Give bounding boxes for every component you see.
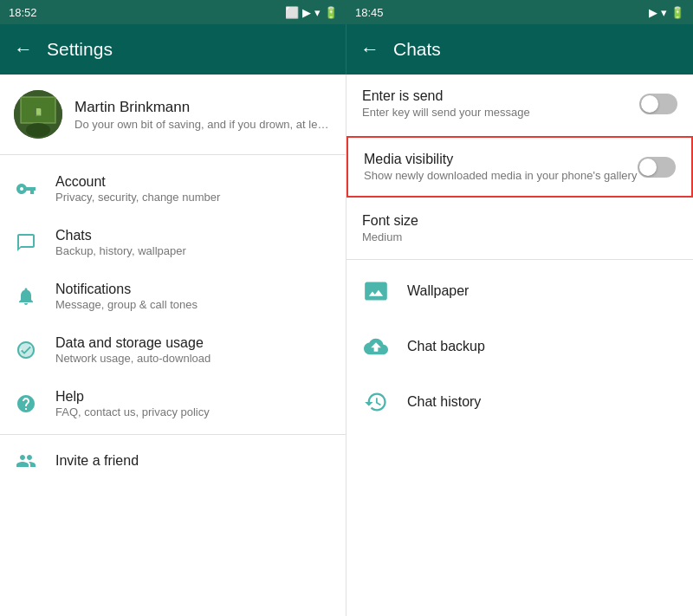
- account-label: Account: [55, 174, 332, 190]
- chat-backup-item[interactable]: Chat backup: [346, 319, 693, 374]
- media-visibility-toggle[interactable]: [638, 157, 676, 178]
- right-signal-icon: ▶: [649, 6, 657, 19]
- media-visibility-label: Media visibility: [364, 152, 638, 167]
- chats-text: Chats Backup, history, wallpaper: [55, 228, 332, 257]
- bell-icon: [14, 286, 38, 307]
- left-time: 18:52: [9, 6, 37, 19]
- wallpaper-icon: [362, 277, 390, 305]
- settings-header-title: Settings: [47, 39, 113, 60]
- help-label: Help: [55, 389, 332, 405]
- screenshot-icon: ⬜: [285, 6, 299, 19]
- sidebar-item-data-storage[interactable]: Data and storage usage Network usage, au…: [0, 323, 346, 377]
- sidebar-item-help[interactable]: Help FAQ, contact us, privacy policy: [0, 377, 346, 431]
- chat-icon: [14, 232, 38, 253]
- history-icon: [362, 388, 390, 416]
- chats-label: Chats: [55, 228, 332, 243]
- font-size-value: Medium: [362, 230, 677, 243]
- profile-info: Martin Brinkmann Do your own bit of savi…: [74, 99, 332, 131]
- chat-backup-label: Chat backup: [407, 339, 485, 354]
- battery-icon: 🔋: [324, 6, 338, 19]
- notifications-text: Notifications Message, group & call tone…: [55, 282, 332, 311]
- header-bars: ← Settings ← Chats: [0, 24, 693, 75]
- profile-status: Do your own bit of saving, and if you dr…: [74, 118, 332, 131]
- main-content: 📗 Martin Brinkmann Do your own bit of sa…: [0, 75, 693, 616]
- left-status-icons: ⬜ ▶ ▾ 🔋: [285, 6, 338, 19]
- chats-header: ← Chats: [346, 24, 693, 75]
- media-visibility-info: Media visibility Show newly downloaded m…: [364, 152, 638, 182]
- wallpaper-item[interactable]: Wallpaper: [346, 263, 693, 319]
- data-icon: [14, 340, 38, 360]
- enter-is-send-toggle[interactable]: [639, 94, 677, 114]
- avatar-image: 📗: [14, 90, 62, 139]
- right-wifi-icon: ▾: [661, 6, 667, 19]
- notifications-sublabel: Message, group & call tones: [55, 298, 332, 311]
- font-size-row[interactable]: Font size Medium: [346, 201, 693, 256]
- sidebar-item-chats[interactable]: Chats Backup, history, wallpaper: [0, 216, 346, 269]
- account-sublabel: Privacy, security, change number: [55, 191, 332, 204]
- sidebar-item-notifications[interactable]: Notifications Message, group & call tone…: [0, 269, 346, 323]
- right-status-icons: ▶ ▾ 🔋: [649, 6, 684, 19]
- settings-divider: [0, 434, 346, 435]
- avatar: 📗: [14, 90, 62, 139]
- status-bars: 18:52 ⬜ ▶ ▾ 🔋 18:45 ▶ ▾ 🔋: [0, 0, 693, 24]
- chats-sublabel: Backup, history, wallpaper: [55, 244, 332, 257]
- help-sublabel: FAQ, contact us, privacy policy: [55, 405, 332, 418]
- settings-back-button[interactable]: ←: [14, 38, 33, 61]
- backup-icon: [362, 333, 390, 360]
- data-storage-sublabel: Network usage, auto-download: [55, 352, 332, 365]
- chats-settings-panel: Enter is send Enter key will send your m…: [346, 75, 693, 616]
- settings-header: ← Settings: [0, 24, 346, 75]
- signal-icon: ▶: [302, 6, 311, 19]
- chats-back-button[interactable]: ←: [360, 38, 379, 61]
- enter-is-send-row[interactable]: Enter is send Enter key will send your m…: [346, 75, 693, 133]
- font-size-label: Font size: [362, 213, 677, 229]
- chat-history-label: Chat history: [407, 394, 481, 410]
- data-storage-text: Data and storage usage Network usage, au…: [55, 335, 332, 365]
- sidebar-item-account[interactable]: Account Privacy, security, change number: [0, 162, 346, 216]
- media-visibility-sublabel: Show newly downloaded media in your phon…: [364, 169, 638, 182]
- settings-panel: 📗 Martin Brinkmann Do your own bit of sa…: [0, 75, 346, 616]
- chat-history-item[interactable]: Chat history: [346, 374, 693, 430]
- svg-point-4: [26, 123, 50, 137]
- account-text: Account Privacy, security, change number: [55, 174, 332, 204]
- enter-is-send-info: Enter is send Enter key will send your m…: [362, 88, 639, 119]
- wallpaper-label: Wallpaper: [407, 283, 469, 299]
- data-storage-label: Data and storage usage: [55, 335, 332, 351]
- right-battery-icon: 🔋: [670, 6, 684, 19]
- left-status-bar: 18:52 ⬜ ▶ ▾ 🔋: [0, 0, 346, 24]
- help-icon: [14, 393, 38, 414]
- key-icon: [14, 178, 38, 199]
- media-visibility-row[interactable]: Media visibility Show newly downloaded m…: [346, 136, 693, 198]
- right-status-bar: 18:45 ▶ ▾ 🔋: [346, 0, 693, 24]
- profile-name: Martin Brinkmann: [74, 99, 332, 116]
- invite-icon: [14, 451, 38, 471]
- chats-header-title: Chats: [393, 39, 441, 60]
- profile-section[interactable]: 📗 Martin Brinkmann Do your own bit of sa…: [0, 75, 346, 155]
- help-text: Help FAQ, contact us, privacy policy: [55, 389, 332, 418]
- wifi-icon: ▾: [314, 6, 321, 19]
- enter-is-send-sublabel: Enter key will send your message: [362, 106, 639, 119]
- sidebar-item-invite[interactable]: Invite a friend: [0, 438, 346, 483]
- settings-menu: Account Privacy, security, change number…: [0, 155, 346, 490]
- enter-is-send-label: Enter is send: [362, 88, 639, 104]
- svg-text:📗: 📗: [34, 107, 42, 116]
- right-divider-1: [346, 259, 693, 260]
- right-time: 18:45: [355, 6, 384, 19]
- notifications-label: Notifications: [55, 282, 332, 297]
- invite-label: Invite a friend: [55, 453, 139, 469]
